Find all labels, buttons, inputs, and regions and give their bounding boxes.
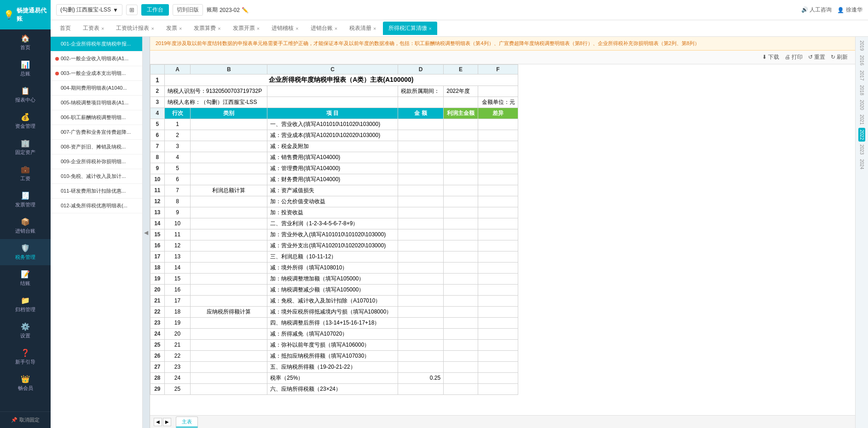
- timeline-year-2020[interactable]: 2020: [858, 98, 865, 112]
- timeline-year-2017[interactable]: 2017: [858, 68, 865, 82]
- tab-close-icon[interactable]: ×: [151, 26, 154, 31]
- timeline-year-2021[interactable]: 2021: [858, 113, 865, 126]
- form-item-010[interactable]: 010-免税、减计收入及加计...: [51, 169, 142, 184]
- form-item-001[interactable]: 001-企业所得税年度纳税申报...: [51, 37, 142, 51]
- item-cell: 减：营业外支出(填写A102010\102020\103000): [267, 240, 398, 251]
- sidebar-item-资金管理[interactable]: 💰资金管理: [0, 108, 51, 134]
- sidebar-item-报表中心[interactable]: 📋报表中心: [0, 82, 51, 108]
- company-selector[interactable]: (勾删) 江西服宝-LSS ▼: [56, 4, 122, 16]
- table-row: 2521减：弥补以前年度亏损（填写A106000）: [150, 339, 518, 350]
- timeline-year-2022[interactable]: 2022: [858, 128, 865, 142]
- line-num-cell: 21: [164, 339, 191, 350]
- tab-工资表[interactable]: 工资表×: [77, 22, 110, 35]
- form-item-002[interactable]: 002-一般企业收入明细表(A1...: [51, 51, 142, 66]
- tab-label: 工资表: [83, 24, 99, 32]
- sidebar-item-税务管理[interactable]: 🛡️税务管理: [0, 239, 51, 265]
- tab-close-icon[interactable]: ×: [101, 26, 104, 31]
- download-button[interactable]: ⬇ 下载: [762, 53, 779, 61]
- table-row: 2622减：抵扣应纳税所得额（填写A107030）: [150, 350, 518, 361]
- collapse-button[interactable]: ◀: [143, 37, 150, 428]
- copy-icon-btn[interactable]: ⊞: [126, 5, 138, 15]
- tab-发票[interactable]: 发票×: [161, 22, 187, 35]
- sidebar-item-固定资产[interactable]: 🏢固定资产: [0, 134, 51, 160]
- sidebar-item-畅会员[interactable]: 👑畅会员: [0, 370, 51, 396]
- form-item-005[interactable]: 005-纳税调整项目明细表(A1...: [51, 96, 142, 110]
- tab-进销稽核[interactable]: 进销稽核×: [266, 22, 304, 35]
- sidebar-item-发票管理[interactable]: 🧾发票管理: [0, 187, 51, 213]
- diff-cell: [478, 119, 518, 130]
- sidebar-item-label: 报表中心: [15, 97, 35, 103]
- form-item-011[interactable]: 011-研发费用加计扣除优惠...: [51, 184, 142, 199]
- sheet-nav-right[interactable]: ▶: [163, 418, 171, 426]
- form-item-008[interactable]: 008-资产折旧、摊销及纳税...: [51, 140, 142, 154]
- tab-发票算费[interactable]: 发票算费×: [188, 22, 226, 35]
- form-item-006[interactable]: 006-职工薪酬纳税调整明细...: [51, 110, 142, 125]
- spreadsheet-container[interactable]: ABCDEF1企业所得税年度纳税申报表（A类）主表(A100000)2纳税人识别…: [150, 64, 855, 416]
- sidebar-item-结账[interactable]: 📝结账: [0, 265, 51, 291]
- tab-税表清册[interactable]: 税表清册×: [344, 22, 382, 35]
- tab-close-icon[interactable]: ×: [218, 26, 220, 31]
- line-num-cell: 2: [164, 130, 191, 141]
- topbar-right: 🔊 人工咨询 👤 徐逢华: [801, 6, 862, 14]
- amount-cell: [398, 207, 443, 218]
- line-num-cell: 10: [164, 218, 191, 229]
- tab-首页[interactable]: 首页: [54, 22, 76, 35]
- edit-icon[interactable]: ✏️: [242, 7, 249, 13]
- sidebar-item-label: 新手引导: [15, 359, 35, 365]
- timeline-year-2019[interactable]: 2019: [858, 39, 865, 52]
- content-area: 001-企业所得税年度纳税申报...002-一般企业收入明细表(A1...003…: [51, 37, 868, 428]
- sidebar-item-新手引导[interactable]: ❓新手引导: [0, 344, 51, 370]
- tab-close-icon[interactable]: ×: [295, 26, 298, 31]
- timeline-year-2018[interactable]: 2018: [858, 83, 865, 97]
- form-item-009[interactable]: 009-企业所得税补弥损明细...: [51, 154, 142, 169]
- sidebar-footer[interactable]: 📌 取消固定: [0, 411, 51, 428]
- workspace-button[interactable]: 工作台: [141, 4, 169, 16]
- sidebar-item-设置[interactable]: ⚙️设置: [0, 318, 51, 344]
- user-menu[interactable]: 👤 徐逢华: [837, 6, 862, 14]
- download-icon: ⬇: [762, 54, 767, 60]
- nav-icon: 👑: [21, 375, 30, 383]
- tab-close-icon[interactable]: ×: [179, 26, 182, 31]
- tab-所得税汇算清缴[interactable]: 所得税汇算清缴×: [383, 22, 437, 35]
- row-num: 4: [150, 108, 165, 119]
- sheet-tab-main[interactable]: 主表: [176, 417, 198, 428]
- table-row: 51一、营业收入(填写A101010\101020\103000): [150, 119, 518, 130]
- timeline-year-2024[interactable]: 2024: [858, 157, 865, 171]
- line-num-cell: 23: [164, 361, 191, 372]
- tab-close-icon[interactable]: ×: [429, 26, 432, 31]
- form-item-label: 008-资产折旧、摊销及纳税...: [61, 143, 126, 150]
- tab-close-icon[interactable]: ×: [335, 26, 337, 31]
- sidebar-item-首页[interactable]: 🏠首页: [0, 29, 51, 56]
- print-button[interactable]: 🖨 打印: [785, 53, 803, 61]
- sidebar-item-进销台账[interactable]: 📦进销台账: [0, 213, 51, 239]
- ai-service-button[interactable]: 🔊 人工咨询: [801, 6, 832, 14]
- row-num: 5: [150, 119, 165, 130]
- tab-工资统计报表[interactable]: 工资统计报表×: [110, 22, 159, 35]
- sheet-nav-left[interactable]: ◀: [154, 418, 162, 426]
- sidebar-item-归档管理[interactable]: 📁归档管理: [0, 291, 51, 318]
- tab-进销台账[interactable]: 进销台账×: [305, 22, 343, 35]
- form-item-004[interactable]: 004-期间费用明细表(A1040...: [51, 81, 142, 96]
- tab-发票开票[interactable]: 发票开票×: [227, 22, 265, 35]
- item-cell: 加：投资收益: [267, 207, 398, 218]
- timeline-year-2023[interactable]: 2023: [858, 143, 865, 156]
- sidebar-item-总账[interactable]: 📊总账: [0, 56, 51, 82]
- refresh-button[interactable]: ↻ 刷新: [831, 53, 848, 61]
- profit-amount-cell: [444, 372, 478, 383]
- tab-close-icon[interactable]: ×: [373, 26, 376, 31]
- row-num-header: [150, 64, 165, 74]
- form-item-007[interactable]: 007-广告费和业务宣传费超降...: [51, 125, 142, 140]
- tab-close-icon[interactable]: ×: [257, 26, 260, 31]
- timeline-year-2016[interactable]: 2016: [858, 53, 865, 67]
- old-version-button[interactable]: 切到旧版: [173, 4, 203, 16]
- form-item-012[interactable]: 012-减免所得税优惠明细表(...: [51, 199, 142, 213]
- item-cell: 减：抵扣应纳税所得额（填写A107030）: [267, 350, 398, 361]
- form-item-label: 010-免税、减计收入及加计...: [61, 173, 126, 180]
- tab-label: 工资统计报表: [116, 24, 149, 32]
- form-item-003[interactable]: 003-一般企业成本支出明细...: [51, 66, 142, 81]
- nav-icon: 🏠: [21, 34, 30, 43]
- row-num: 6: [150, 130, 165, 141]
- profit-amount-cell: [444, 361, 478, 372]
- reset-button[interactable]: ↺ 重置: [808, 53, 825, 61]
- sidebar-item-工资[interactable]: 💼工资: [0, 160, 51, 187]
